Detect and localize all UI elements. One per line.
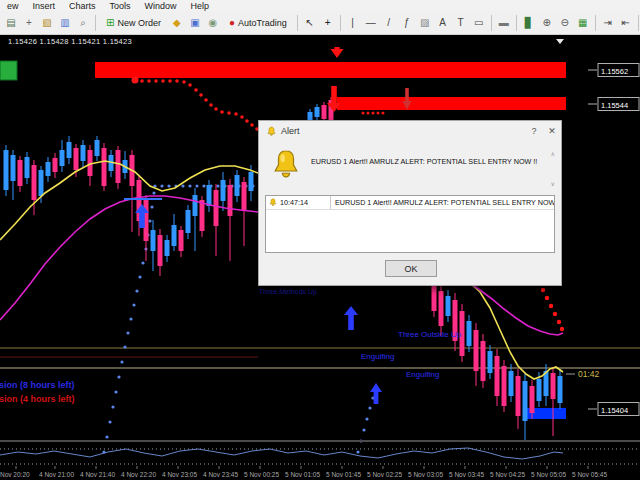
toolbar-separator xyxy=(340,15,341,31)
sar-dot-red xyxy=(234,112,238,116)
scroll-down-icon[interactable]: ∨ xyxy=(551,181,555,187)
new-order-button-label: New Order xyxy=(117,18,161,28)
candle-body xyxy=(193,195,198,216)
time-axis-label: 5 Nov 05:05 xyxy=(531,471,566,478)
sar-dot-blue xyxy=(135,289,138,292)
label-icon[interactable]: T xyxy=(453,15,469,31)
candle-body xyxy=(488,351,493,373)
candle-body xyxy=(474,330,479,371)
new-chart-icon[interactable]: ▤ xyxy=(3,15,19,31)
expert-advisors-icon[interactable]: ▣ xyxy=(187,15,203,31)
up-arrow-stem xyxy=(139,213,145,228)
alert-dialog[interactable]: Alert ? ✕ EURUSD 1 Alert!! AMRULZ ALERT:… xyxy=(258,120,562,286)
vertical-line-icon[interactable]: | xyxy=(345,15,361,31)
up-arrow xyxy=(344,306,358,315)
indicator-list-icon[interactable]: ▊ xyxy=(521,15,537,31)
channel-icon[interactable]: ▨ xyxy=(417,15,433,31)
menu-item-tools[interactable]: Tools xyxy=(103,1,138,11)
sar-dot-red xyxy=(250,123,254,127)
autotrading-icon: ● xyxy=(229,18,235,28)
sar-dot-blue xyxy=(160,184,163,187)
alert-list[interactable]: 10:47:14 EURUSD 1 Alert!! AMRULZ ALERT: … xyxy=(265,195,555,253)
candle-body xyxy=(523,381,528,421)
sar-dot-red xyxy=(199,93,203,97)
ma-magenta-line xyxy=(470,283,563,335)
menu-item-window[interactable]: Window xyxy=(138,1,184,11)
candle-body xyxy=(172,225,177,246)
sar-dot-blue xyxy=(114,390,117,393)
new-order-button[interactable]: ⊞New Order xyxy=(101,17,166,29)
sar-dot-blue xyxy=(181,184,184,187)
trendline-icon[interactable]: / xyxy=(381,15,397,31)
zoom-in-icon[interactable]: ⊕ xyxy=(539,15,555,31)
fibonacci-icon[interactable]: ƒ xyxy=(399,15,415,31)
candle-body xyxy=(39,170,44,196)
candle-body xyxy=(516,376,521,416)
sar-dot-blue xyxy=(141,261,144,264)
autotrading-button[interactable]: ●AutoTrading xyxy=(224,17,292,29)
alert-dialog-titlebar[interactable]: Alert ? ✕ xyxy=(259,121,561,141)
chart-move-icon[interactable]: + xyxy=(21,15,37,31)
candle-body xyxy=(432,286,437,311)
supply-zone-1 xyxy=(95,62,566,78)
close-button[interactable]: ✕ xyxy=(543,126,561,136)
candle-body xyxy=(53,158,58,172)
time-axis-label: 4 Nov 23:45 xyxy=(203,471,238,478)
help-button[interactable]: ? xyxy=(525,126,543,136)
template-icon[interactable]: ▬ xyxy=(496,15,512,31)
sar-dot-blue xyxy=(138,275,141,278)
alert-message-area: EURUSD 1 Alert!! AMRULZ ALERT: POTENTIAL… xyxy=(259,143,561,193)
tile-windows-icon[interactable]: ▦ xyxy=(575,15,591,31)
sar-dot-red xyxy=(227,111,231,115)
pattern-annotation: Three Outside Up xyxy=(398,330,462,339)
candle-body xyxy=(315,107,320,117)
bell-icon xyxy=(271,147,301,187)
candle-body xyxy=(46,162,51,176)
scroll-up-icon[interactable]: ∧ xyxy=(551,151,555,157)
menu-item-help[interactable]: Help xyxy=(184,1,217,11)
sar-dot-blue xyxy=(202,184,205,187)
new-order-icon: ⊞ xyxy=(106,18,114,28)
candle-body xyxy=(165,240,170,256)
candle-body xyxy=(18,160,23,186)
cursor-icon[interactable]: ↖ xyxy=(302,15,318,31)
sar-dot-blue xyxy=(188,184,191,187)
menu-item-insert[interactable]: Insert xyxy=(26,1,63,11)
candle-body xyxy=(228,185,233,216)
sar-dot-red xyxy=(214,107,218,111)
toolbar: ▤+▧▥⌕⊞New Order◆▣◉●AutoTrading↖+|—/ƒ▨AT▭… xyxy=(0,11,640,35)
time-axis-label: 5 Nov 02:25 xyxy=(367,471,402,478)
sar-dot-blue xyxy=(108,420,111,423)
crosshair-icon[interactable]: + xyxy=(320,15,336,31)
open-template-icon[interactable]: ▧ xyxy=(39,15,55,31)
sar-dot-red xyxy=(560,327,564,331)
auto-scroll-icon[interactable]: ⇤ xyxy=(618,15,634,31)
menu-item-view[interactable]: ew xyxy=(0,1,26,11)
sar-dot-blue xyxy=(216,184,219,187)
pattern-annotation: Engulfing xyxy=(361,352,394,361)
toolbar-separator xyxy=(638,15,639,31)
pattern-annotation: Engulfing xyxy=(406,370,439,379)
menu-item-charts[interactable]: Charts xyxy=(62,1,103,11)
text-icon[interactable]: A xyxy=(435,15,451,31)
sar-dot-red xyxy=(367,112,370,115)
indicators-icon[interactable]: ◆ xyxy=(169,15,185,31)
chart-window-icon[interactable]: ▥ xyxy=(57,15,73,31)
ok-button[interactable]: OK xyxy=(385,260,437,277)
mt4-window: { "menu": {"items": ["ew", "Insert", "Ch… xyxy=(0,0,640,480)
chart-shift-icon[interactable]: ⇥ xyxy=(600,15,616,31)
candle-body xyxy=(481,341,486,381)
chart-search-icon[interactable]: ⌕ xyxy=(75,15,91,31)
shapes-icon[interactable]: ▭ xyxy=(471,15,487,31)
candle-body xyxy=(81,145,86,161)
candle-body xyxy=(551,373,556,399)
sar-dot-red xyxy=(154,79,158,83)
alert-list-row[interactable]: 10:47:14 EURUSD 1 Alert!! AMRULZ ALERT: … xyxy=(266,196,554,210)
sar-dot-red xyxy=(209,103,213,107)
alert-time: 10:47:14 xyxy=(280,198,330,207)
horizontal-line-icon[interactable]: — xyxy=(363,15,379,31)
zoom-out-icon[interactable]: ⊖ xyxy=(557,15,573,31)
candle-body xyxy=(179,230,184,251)
signals-icon[interactable]: ◉ xyxy=(205,15,221,31)
time-axis-label: 5 Nov 04:25 xyxy=(490,471,525,478)
